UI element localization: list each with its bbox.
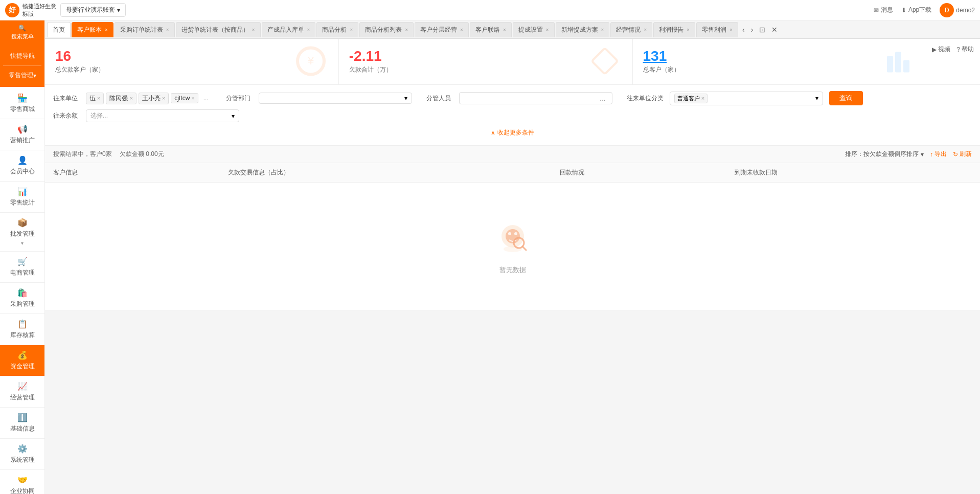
tab-product-analysis-list[interactable]: 商品分析列表 × [359, 22, 414, 37]
refresh-btn[interactable]: ↻ 刷新 [953, 150, 972, 159]
collapse-row: ∧ 收起更多条件 [53, 126, 972, 139]
tab-close-icon[interactable]: × [105, 27, 108, 33]
tab-prev-btn[interactable]: ‹ [739, 26, 748, 34]
unit-category-tag[interactable]: 普通客户 × [674, 94, 708, 103]
person-select[interactable]: ... [459, 92, 612, 104]
tab-close-icon[interactable]: × [687, 27, 690, 33]
message-btn[interactable]: ✉ 消息 [874, 6, 893, 14]
sidebar-item-system[interactable]: ⚙️ 系统管理 [0, 439, 44, 470]
sidebar-item-operations[interactable]: 📈 经营管理 [0, 376, 44, 408]
tab-next-btn[interactable]: › [748, 26, 757, 34]
chevron-down-icon-3: ▾ [232, 113, 235, 120]
sidebar-item-enterprise[interactable]: 🤝 企业协同 [0, 470, 44, 494]
tab-close-icon[interactable]: × [460, 27, 463, 33]
tab-close-icon[interactable]: × [350, 27, 353, 33]
remove-category-btn[interactable]: × [701, 95, 704, 101]
balance-select[interactable]: 选择... ▾ [86, 109, 239, 122]
ecommerce-icon: 🛒 [17, 257, 28, 266]
sort-select[interactable]: 排序：按欠款金额倒序排序 ▾ [845, 150, 924, 159]
tab-close-icon[interactable]: × [405, 27, 408, 33]
video-btn[interactable]: ▶ 视频 [932, 45, 950, 54]
user-menu[interactable]: D demo2 [940, 3, 975, 17]
sidebar-quick-nav[interactable]: 快捷导航 [0, 48, 44, 64]
page-content: ¥ 16 总欠款客户（家） -2.11 [45, 39, 980, 494]
tab-product-analysis[interactable]: 商品分析 × [316, 22, 358, 37]
tab-close-icon[interactable]: × [252, 27, 255, 33]
sidebar-item-inventory[interactable]: 📋 库存核算 [0, 314, 44, 345]
operations-icon: 📈 [17, 381, 28, 391]
filter-row-1: 往来单位 伍 × 陈民强 × 王小亮 × [53, 91, 972, 105]
store-selector[interactable]: 母婴行业演示账套 ▾ [60, 3, 126, 17]
filter-tag-0[interactable]: 伍 × [86, 93, 104, 104]
sidebar-item-ecommerce[interactable]: 🛒 电商管理 [0, 252, 44, 283]
stat-label-customers: 总欠款客户（家） [55, 65, 104, 74]
tab-close-icon[interactable]: × [730, 27, 733, 33]
stat-block-total-customers: 131 总客户（家） [633, 39, 926, 84]
main-layout: 🔍 搜索菜单 快捷导航 零售管理 ▾ 🏪 零售商城 📢 营销推广 👤 会员中心 [0, 20, 980, 494]
tab-close-icon[interactable]: × [644, 27, 647, 33]
tab-close-all-btn[interactable]: ✕ [768, 26, 781, 34]
stat-icon-diamond [589, 46, 620, 76]
content-area: 首页 客户账本 × 采购订单统计表 × 进货单统计表（按商品） × 产成品入库单… [45, 20, 980, 494]
stat-info-debt: -2.11 欠款合计（万） [349, 49, 392, 74]
tab-customer-segment[interactable]: 客户分层经营 × [415, 22, 469, 37]
tab-close-icon[interactable]: × [503, 27, 506, 33]
filter-area: 往来单位 伍 × 陈民强 × 王小亮 × [45, 85, 980, 146]
sidebar-item-wholesale[interactable]: 📦 批发管理 ▾ [0, 213, 44, 252]
sidebar-item-finance[interactable]: 💰 资金管理 [0, 345, 44, 376]
finance-icon: 💰 [17, 350, 28, 360]
remove-tag-0-btn[interactable]: × [97, 95, 100, 101]
tab-home[interactable]: 首页 [47, 22, 71, 37]
sidebar-item-member[interactable]: 👤 会员中心 [0, 150, 44, 182]
stat-block-debt: -2.11 欠款合计（万） [339, 39, 633, 84]
chevron-down-icon: ▾ [117, 7, 120, 14]
help-btn[interactable]: ? 帮助 [956, 45, 974, 54]
sidebar-retail-mgmt[interactable]: 零售管理 ▾ [0, 67, 44, 84]
sidebar-item-purchase[interactable]: 🛍️ 采购管理 [0, 283, 44, 314]
tab-customer-contact[interactable]: 客户联络 × [470, 22, 512, 37]
export-btn[interactable]: ↑ 导出 [930, 150, 947, 159]
person-more-dots[interactable]: ... [598, 94, 608, 102]
tab-close-icon[interactable]: × [166, 27, 169, 33]
header-right: ✉ 消息 ⬇ App下载 D demo2 [874, 3, 975, 17]
filter-tag-2[interactable]: 王小亮 × [139, 93, 169, 104]
tab-customer-book[interactable]: 客户账本 × [72, 22, 113, 37]
remove-tag-2-btn[interactable]: × [162, 95, 165, 101]
tab-product-inbound[interactable]: 产成品入库单 × [262, 22, 316, 37]
stat-label-debt: 欠款合计（万） [349, 65, 392, 74]
header-left: 好 畅捷通好生意 标版 母婴行业演示账套 ▾ [5, 3, 126, 17]
sidebar-item-basic-info[interactable]: ℹ️ 基础信息 [0, 408, 44, 439]
tab-profit-report[interactable]: 利润报告 × [653, 22, 695, 37]
tab-retail-profit[interactable]: 零售利润 × [696, 22, 738, 37]
svg-point-7 [504, 246, 522, 252]
sidebar-search[interactable]: 🔍 搜索菜单 [0, 20, 44, 44]
unit-category-select[interactable]: 普通客户 × ▾ [670, 92, 823, 105]
tab-close-icon[interactable]: × [601, 27, 604, 33]
query-button[interactable]: 查询 [829, 91, 863, 105]
department-select[interactable]: ▾ [259, 93, 412, 104]
sort-label: 排序：按欠款金额倒序排序 [845, 150, 919, 159]
filter-more-btn[interactable]: ... [200, 94, 212, 103]
sidebar-item-retail-shop[interactable]: 🏪 零售商城 [0, 88, 44, 119]
tab-business-status[interactable]: 经营情况 × [610, 22, 652, 37]
empty-state: 暂无数据 [53, 188, 972, 305]
tab-purchase-order-stats[interactable]: 采购订单统计表 × [115, 22, 175, 37]
sidebar-item-marketing[interactable]: 📢 营销推广 [0, 119, 44, 150]
filter-row-2: 往来余额 选择... ▾ [53, 109, 972, 122]
sort-icon: ▾ [921, 151, 924, 158]
tab-new-promotion-plan[interactable]: 新增提成方案 × [556, 22, 610, 37]
remove-tag-1-btn[interactable]: × [129, 95, 132, 101]
filter-tag-3[interactable]: cjttcw × [171, 93, 198, 103]
tab-close-icon[interactable]: × [307, 27, 310, 33]
tab-expand-btn[interactable]: ⊡ [756, 26, 768, 34]
table-actions: 排序：按欠款金额倒序排序 ▾ ↑ 导出 ↻ 刷新 [845, 150, 972, 159]
tab-promotion-settings[interactable]: 提成设置 × [513, 22, 555, 37]
tab-close-icon[interactable]: × [546, 27, 549, 33]
col-customer-info: 客户信息 [45, 163, 220, 183]
sidebar-item-retail-stats[interactable]: 📊 零售统计 [0, 182, 44, 213]
filter-tag-1[interactable]: 陈民强 × [106, 93, 136, 104]
collapse-btn[interactable]: ∧ 收起更多条件 [491, 126, 534, 139]
remove-tag-3-btn[interactable]: × [191, 95, 194, 101]
tab-purchase-stats-by-product[interactable]: 进货单统计表（按商品） × [176, 22, 261, 37]
app-download-btn[interactable]: ⬇ App下载 [901, 6, 931, 14]
